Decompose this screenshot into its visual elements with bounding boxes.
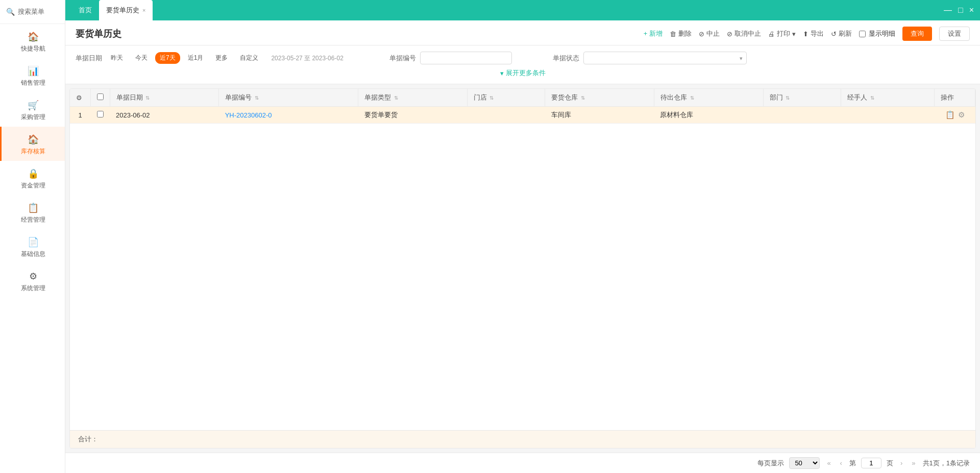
page-label-before: 第 (849, 459, 856, 468)
delete-button[interactable]: 🗑 删除 (670, 29, 692, 38)
maximize-button[interactable]: □ (958, 6, 963, 15)
th-date: 单据日期 ⇅ (110, 89, 219, 107)
op-icons: 📋 ⚙ (941, 110, 969, 120)
doc-number-label: 单据编号 (389, 54, 416, 63)
topbar-actions: — □ × (944, 6, 974, 15)
view-detail-icon[interactable]: 📋 (945, 110, 955, 120)
th-type: 单据类型 ⇅ (358, 89, 468, 107)
print-label: 打印 (777, 29, 790, 38)
new-button[interactable]: + 新增 (644, 29, 663, 38)
th-operation: 操作 (935, 89, 975, 107)
print-button[interactable]: 🖨 打印 ▾ (768, 29, 796, 38)
table-row: 1 2023-06-02 YH-20230602-0 要货单要货 车间库 原材料… (70, 107, 975, 124)
finance-icon: 🔒 (28, 168, 39, 179)
tab-home[interactable]: 首页 (71, 0, 99, 20)
cancel-stop-button[interactable]: ⊘ 取消中止 (727, 29, 761, 38)
close-window-button[interactable]: × (969, 6, 974, 15)
cancel-stop-icon: ⊘ (727, 30, 732, 38)
td-to-warehouse: 原材料仓库 (654, 107, 763, 124)
sidebar-item-quick-nav[interactable]: 🏠 快捷导航 (0, 24, 65, 58)
doc-status-select[interactable] (583, 52, 747, 64)
operation-icon: 📋 (28, 202, 39, 214)
page-size-select[interactable]: 10 20 50 100 (789, 457, 820, 469)
table-area: ⚙ 单据日期 ⇅ 单据编号 ⇅ (69, 88, 976, 448)
sidebar-item-label: 采购管理 (21, 113, 45, 122)
export-icon: ⬆ (803, 30, 808, 38)
td-number: YH-20230602-0 (219, 107, 358, 124)
date-btn-more[interactable]: 更多 (211, 52, 232, 64)
total-info: 共1页，1条记录 (923, 459, 970, 468)
row-checkbox[interactable] (97, 111, 104, 117)
export-label: 导出 (811, 29, 824, 38)
sidebar-item-purchase[interactable]: 🛒 采购管理 (0, 92, 65, 127)
date-btn-yesterday[interactable]: 昨天 (106, 52, 128, 64)
more-op-icon[interactable]: ⚙ (958, 110, 965, 120)
show-detail-label: 显示明细 (869, 29, 895, 38)
date-buttons: 昨天 今天 近7天 近1月 更多 自定义 (106, 52, 263, 64)
data-table: ⚙ 单据日期 ⇅ 单据编号 ⇅ (70, 89, 975, 124)
td-type: 要货单要货 (358, 107, 468, 124)
sidebar-item-finance[interactable]: 🔒 资金管理 (0, 161, 65, 195)
page-number-input[interactable] (861, 458, 881, 468)
stop-label: 中止 (706, 29, 720, 38)
doc-status-label: 单据状态 (553, 54, 579, 63)
sort-icon-number: ⇅ (255, 95, 259, 101)
sidebar-item-inventory[interactable]: 🏠 库存核算 (0, 127, 65, 161)
sort-icon-department: ⇅ (786, 95, 790, 101)
main-content: 首页 要货单历史 × — □ × 要货单历史 + 新增 🗑 删除 (65, 0, 980, 473)
delete-label: 删除 (678, 29, 692, 38)
expand-more-button[interactable]: ▾ 展开更多条件 (500, 68, 546, 78)
date-btn-today[interactable]: 今天 (131, 52, 152, 64)
system-icon: ⚙ (29, 271, 37, 282)
sort-icon-date: ⇅ (145, 95, 150, 101)
sidebar-item-label: 库存核算 (21, 147, 45, 156)
minimize-button[interactable]: — (944, 6, 952, 15)
show-detail-wrapper: 显示明细 (859, 29, 895, 38)
gear-icon[interactable]: ⚙ (76, 94, 82, 102)
th-from-warehouse: 要货仓库 ⇅ (545, 89, 654, 107)
sidebar-item-label: 系统管理 (21, 284, 45, 293)
tab-close-icon[interactable]: × (142, 7, 145, 13)
print-icon: 🖨 (768, 30, 775, 38)
page-content: 要货单历史 + 新增 🗑 删除 ⊘ 中止 ⊘ 取消中止 🖨 (65, 20, 980, 473)
td-date: 2023-06-02 (110, 107, 219, 124)
first-page-button[interactable]: « (825, 458, 832, 468)
refresh-button[interactable]: ↺ 刷新 (831, 29, 852, 38)
tab-active[interactable]: 要货单历史 × (99, 0, 153, 20)
show-detail-checkbox[interactable] (859, 31, 866, 37)
filter-area: 单据日期 昨天 今天 近7天 近1月 更多 自定义 2023-05-27 至 2… (65, 45, 980, 84)
sidebar-item-operation[interactable]: 📋 经营管理 (0, 195, 65, 229)
last-page-button[interactable]: » (910, 458, 917, 468)
prev-page-button[interactable]: ‹ (838, 458, 844, 468)
settings-button[interactable]: 设置 (939, 27, 970, 41)
tab-home-label: 首页 (79, 6, 92, 15)
doc-number-link[interactable]: YH-20230602-0 (225, 111, 272, 119)
date-btn-custom[interactable]: 自定义 (235, 52, 263, 64)
sidebar-item-label: 资金管理 (21, 181, 45, 190)
sidebar-item-basic[interactable]: 📄 基础信息 (0, 229, 65, 264)
date-btn-7days[interactable]: 近7天 (155, 52, 180, 64)
home-icon: 🏠 (28, 31, 39, 42)
page-label-after: 页 (887, 459, 893, 468)
th-gear: ⚙ (70, 89, 90, 107)
next-page-button[interactable]: › (898, 458, 904, 468)
sidebar-search[interactable]: 🔍 搜索菜单 (0, 0, 65, 24)
td-department (763, 107, 841, 124)
sort-icon-store: ⇅ (489, 95, 494, 101)
doc-number-input[interactable] (420, 52, 512, 64)
sort-icon-from-warehouse: ⇅ (581, 95, 585, 101)
td-store (467, 107, 545, 124)
th-handler: 经手人 ⇅ (841, 89, 934, 107)
filter-doc-status: 单据状态 (553, 52, 747, 64)
th-number: 单据编号 ⇅ (219, 89, 358, 107)
select-all-checkbox[interactable] (97, 93, 104, 100)
query-button[interactable]: 查询 (902, 27, 932, 41)
td-checkbox (90, 107, 110, 124)
date-btn-1month[interactable]: 近1月 (183, 52, 208, 64)
topbar: 首页 要货单历史 × — □ × (65, 0, 980, 20)
sidebar-item-label: 快捷导航 (21, 44, 45, 53)
sidebar-item-sales[interactable]: 📊 销售管理 (0, 58, 65, 92)
sidebar-item-system[interactable]: ⚙ 系统管理 (0, 264, 65, 298)
export-button[interactable]: ⬆ 导出 (803, 29, 824, 38)
stop-button[interactable]: ⊘ 中止 (699, 29, 720, 38)
